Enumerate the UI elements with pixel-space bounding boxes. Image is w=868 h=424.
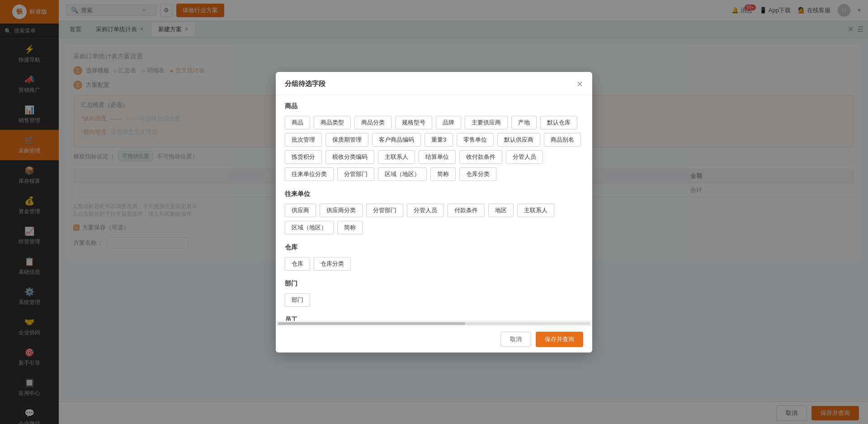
field-wh-cat[interactable]: 仓库分类 [314,257,351,271]
field-payment-cond[interactable]: 付款条件 [448,204,485,217]
field-weight3[interactable]: 重量3 [425,133,453,147]
field-supplier-cat[interactable]: 供应商分类 [320,204,363,217]
field-goods-type[interactable]: 商品类型 [314,116,351,129]
field-tax-code[interactable]: 税收分类编码 [326,150,374,164]
section-goods-title: 商品 [285,102,583,110]
field-payment-terms[interactable]: 收付款条件 [459,150,502,164]
field-manager[interactable]: 分管人员 [506,150,543,164]
field-goods-alias[interactable]: 商品别名 [544,133,581,147]
field-dept[interactable]: 部门 [285,293,310,307]
field-main-supplier[interactable]: 主要供应商 [465,116,508,129]
field-origin[interactable]: 产地 [511,116,537,129]
field-goods[interactable]: 商品 [285,116,310,129]
partner-field-tags: 供应商 供应商分类 分管部门 分管人员 付款条件 地区 主联系人 区域（地区） … [285,204,583,234]
modal-dialog: 分组待选字段 ✕ 商品 商品 商品类型 商品分类 规格型号 品牌 主要供应商 产… [276,72,592,353]
modal-save-btn[interactable]: 保存并查询 [536,332,583,347]
field-main-contact[interactable]: 主联系人 [378,150,415,164]
field-supplier[interactable]: 供应商 [285,204,316,217]
field-brand[interactable]: 品牌 [436,116,461,129]
section-warehouse: 仓库 仓库 仓库分类 [285,243,583,271]
modal-footer: 取消 保存并查询 [276,326,592,353]
field-goods-cat[interactable]: 商品分类 [354,116,392,129]
field-manage-dept[interactable]: 分管部门 [337,167,374,181]
modal-title: 分组待选字段 [285,80,326,88]
field-region2[interactable]: 地区 [488,204,514,217]
field-settle-unit[interactable]: 结算单位 [419,150,456,164]
field-pick-score[interactable]: 拣货积分 [285,150,322,164]
field-default-supplier[interactable]: 默认供应商 [497,133,540,147]
modal-overlay[interactable]: 分组待选字段 ✕ 商品 商品 商品类型 商品分类 规格型号 品牌 主要供应商 产… [0,0,868,424]
h-scrollbar-thumb [278,322,465,325]
goods-field-tags: 商品 商品类型 商品分类 规格型号 品牌 主要供应商 产地 默认仓库 批次管理 … [285,116,583,181]
h-scrollbar-track [278,322,590,325]
section-dept-title: 部门 [285,280,583,288]
modal-body: 商品 商品 商品类型 商品分类 规格型号 品牌 主要供应商 产地 默认仓库 批次… [276,95,592,321]
warehouse-field-tags: 仓库 仓库分类 [285,257,583,271]
field-manage-staff2[interactable]: 分管人员 [407,204,444,217]
field-abbr2[interactable]: 简称 [337,221,363,234]
section-dept: 部门 部门 [285,280,583,307]
field-region-area2[interactable]: 区域（地区） [285,221,334,234]
section-partner: 往来单位 供应商 供应商分类 分管部门 分管人员 付款条件 地区 主联系人 区域… [285,190,583,234]
field-wh[interactable]: 仓库 [285,257,310,271]
field-manage-dept2[interactable]: 分管部门 [366,204,403,217]
section-employee: 员工 业务员 [285,316,583,321]
section-goods: 商品 商品 商品类型 商品分类 规格型号 品牌 主要供应商 产地 默认仓库 批次… [285,102,583,181]
dept-field-tags: 部门 [285,293,583,307]
field-customer-code[interactable]: 客户商品编码 [372,133,421,147]
modal-h-scrollbar[interactable] [276,321,592,325]
field-spec-type[interactable]: 规格型号 [395,116,432,129]
modal-header: 分组待选字段 ✕ [276,72,592,95]
modal-close-btn[interactable]: ✕ [576,79,583,89]
modal-cancel-btn[interactable]: 取消 [500,332,531,347]
field-quality-mgmt[interactable]: 保质期管理 [326,133,368,147]
field-warehouse-cat-goods[interactable]: 仓库分类 [459,167,496,181]
section-warehouse-title: 仓库 [285,243,583,252]
section-partner-title: 往来单位 [285,190,583,198]
section-employee-title: 员工 [285,316,583,321]
field-abbr-goods[interactable]: 简称 [430,167,456,181]
field-from-unit-cat[interactable]: 往来单位分类 [285,167,334,181]
field-default-warehouse[interactable]: 默认仓库 [540,116,577,129]
field-batch-mgmt[interactable]: 批次管理 [285,133,322,147]
field-retail-unit[interactable]: 零售单位 [457,133,494,147]
field-region-goods[interactable]: 区域（地区） [378,167,427,181]
field-main-contact2[interactable]: 主联系人 [517,204,554,217]
